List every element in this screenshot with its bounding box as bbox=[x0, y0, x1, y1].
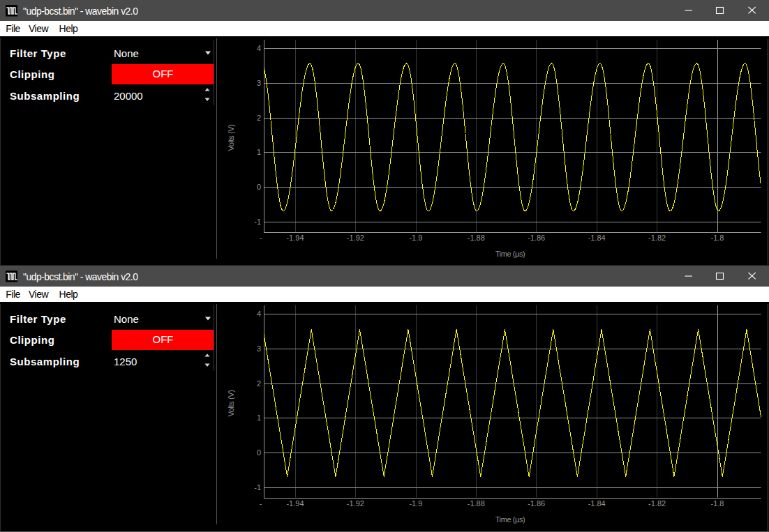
svg-text:-1.92: -1.92 bbox=[347, 499, 364, 508]
svg-text:-1.92: -1.92 bbox=[347, 234, 364, 242]
svg-text:-1: -1 bbox=[254, 483, 261, 492]
svg-text:-1.86: -1.86 bbox=[528, 234, 545, 242]
svg-text:Volts (V): Volts (V) bbox=[227, 125, 235, 151]
svg-text:-: - bbox=[260, 234, 262, 242]
svg-text:-1.8: -1.8 bbox=[711, 499, 724, 508]
svg-text:-1.9: -1.9 bbox=[409, 499, 422, 508]
svg-text:2: 2 bbox=[257, 379, 261, 388]
svg-text:3: 3 bbox=[257, 79, 261, 87]
svg-text:-1.82: -1.82 bbox=[648, 234, 666, 242]
svg-text:-1.88: -1.88 bbox=[468, 234, 485, 242]
svg-text:0: 0 bbox=[257, 183, 261, 191]
svg-text:-1.84: -1.84 bbox=[588, 234, 606, 242]
svg-text:-1.94: -1.94 bbox=[286, 234, 304, 242]
svg-text:-1.94: -1.94 bbox=[286, 499, 304, 508]
svg-text:-: - bbox=[260, 499, 262, 508]
svg-text:-1.88: -1.88 bbox=[468, 499, 485, 508]
svg-text:2: 2 bbox=[257, 114, 261, 122]
svg-text:Time (µs): Time (µs) bbox=[495, 515, 525, 524]
svg-text:4: 4 bbox=[257, 310, 261, 318]
svg-text:-1.8: -1.8 bbox=[711, 234, 724, 242]
svg-text:-1.9: -1.9 bbox=[409, 234, 422, 242]
svg-text:Volts (V): Volts (V) bbox=[227, 390, 235, 417]
svg-text:-1: -1 bbox=[254, 218, 261, 226]
svg-text:-1.86: -1.86 bbox=[528, 499, 545, 508]
svg-text:-1.84: -1.84 bbox=[588, 499, 606, 508]
svg-text:1: 1 bbox=[257, 413, 261, 422]
svg-text:0: 0 bbox=[257, 448, 261, 457]
svg-text:Time (µs): Time (µs) bbox=[495, 250, 525, 258]
svg-text:3: 3 bbox=[257, 344, 261, 353]
svg-text:4: 4 bbox=[257, 44, 261, 52]
svg-text:-1.82: -1.82 bbox=[648, 499, 666, 508]
svg-text:1: 1 bbox=[257, 148, 261, 156]
